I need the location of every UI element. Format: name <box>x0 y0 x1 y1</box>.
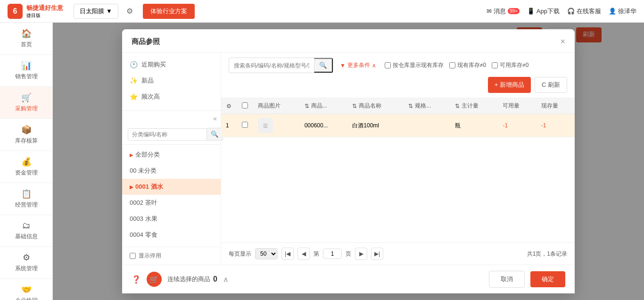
cat-item-1[interactable]: ▶ 0001 酒水 <box>122 179 221 195</box>
sort-unit-icon: ⇅ <box>455 103 460 109</box>
logo-area: 6 畅捷通好生意 捷目版 <box>8 4 64 19</box>
collapse-icon[interactable]: « <box>213 115 217 122</box>
help-icon[interactable]: ❓ <box>132 275 141 284</box>
warehouse-stock-checkbox[interactable] <box>385 62 391 68</box>
messages-btn[interactable]: ✉ 消息 99+ <box>487 7 520 16</box>
col-name[interactable]: ⇅ 商品名称 <box>347 98 404 114</box>
cat-item-4[interactable]: 0004 零食 <box>122 227 221 243</box>
select-all-checkbox[interactable] <box>242 102 248 108</box>
checkbox-available-stock[interactable]: 可用库存≠0 <box>492 61 528 69</box>
prev-page-btn[interactable]: ◀ <box>297 248 310 260</box>
sidebar-item-purchase[interactable]: 🛒 采购管理 <box>0 87 52 119</box>
operations-icon: 📋 <box>21 189 32 199</box>
sidebar-item-finance[interactable]: 💰 资金管理 <box>0 151 52 183</box>
cart-icon[interactable]: 🛒 <box>147 272 162 287</box>
confirm-btn[interactable]: 确定 <box>530 271 565 287</box>
cat-item-5[interactable]: 0005 饮料 <box>122 243 221 247</box>
first-page-btn[interactable]: |◀ <box>281 248 294 260</box>
cell-checkbox[interactable] <box>236 114 253 137</box>
footer-collapse-btn[interactable]: ∧ <box>223 275 229 284</box>
cat-item-all[interactable]: ▶ 全部分类 <box>122 147 221 163</box>
trial-btn[interactable]: 体验行业方案 <box>143 4 195 19</box>
tab-new[interactable]: ✨ 新品 <box>122 73 221 89</box>
new-icon: ✨ <box>130 77 138 84</box>
table-row[interactable]: 1 🖼 000600... 白酒100ml <box>221 114 575 137</box>
sidebar-item-operations[interactable]: 📋 经营管理 <box>0 183 52 215</box>
finance-icon: 💰 <box>21 157 32 167</box>
col-img: 商品图片 <box>253 98 300 114</box>
online-service-btn[interactable]: 🎧 在线客服 <box>567 7 601 16</box>
tab-frequent[interactable]: ⭐ 频次高 <box>122 89 221 105</box>
app-download-btn[interactable]: 📱 App下载 <box>527 7 560 16</box>
col-unit[interactable]: ⇅ 主计量 <box>450 98 498 114</box>
collapse-btn-wrap: « <box>122 113 221 124</box>
sidebar-item-home[interactable]: 🏠 首页 <box>0 23 52 55</box>
next-page-btn[interactable]: ▶ <box>355 248 367 260</box>
cell-stock: -1 <box>537 114 575 137</box>
available-stock-checkbox[interactable] <box>492 62 498 68</box>
product-search-input[interactable] <box>229 59 314 72</box>
col-code[interactable]: ⇅ 商品... <box>300 98 348 114</box>
sort-spec-icon: ⇅ <box>408 103 413 109</box>
cat-arrow-1: ▶ <box>130 184 133 190</box>
info-icon: 🗂 <box>22 221 31 231</box>
inventory-icon: 📦 <box>21 125 32 135</box>
sidebar-item-system[interactable]: ⚙ 系统管理 <box>0 247 52 279</box>
modal-header: 商品参照 × <box>122 29 575 53</box>
category-list: ▶ 全部分类 00 未分类 ▶ 0001 酒水 0002 茶 <box>122 145 221 247</box>
col-stock: 现存量 <box>537 98 575 114</box>
modal-footer: ❓ 🛒 连续选择的商品 0 ∧ 取消 确定 <box>122 265 575 293</box>
filter-icon: ▼ <box>340 62 346 69</box>
sidebar: 🏠 首页 📊 销售管理 🛒 采购管理 📦 库存核算 💰 资金管理 📋 经营管理 … <box>0 23 53 300</box>
last-page-btn[interactable]: ▶| <box>371 248 383 260</box>
chevron-down-icon: ▼ <box>106 8 112 15</box>
modal-overlay: 商品参照 × 🕐 近期购买 ✨ <box>53 23 644 300</box>
more-filter-btn[interactable]: ▼ 更多条件 ∧ <box>337 58 379 72</box>
sidebar-item-enterprise[interactable]: 🤝 企业协同 <box>0 279 52 300</box>
user-avatar[interactable]: 👤 徐泽华 <box>609 7 636 16</box>
cell-seq: 1 <box>221 114 236 137</box>
cat-item-3[interactable]: 0003 水果 <box>122 211 221 227</box>
cat-item-2[interactable]: 0002 茶叶 <box>122 195 221 211</box>
col-available: 可用量 <box>498 98 536 114</box>
enterprise-icon: 🤝 <box>21 284 32 295</box>
star-icon: ⭐ <box>130 93 138 100</box>
product-table: ⚙ 商品图片 <box>221 98 575 137</box>
divider <box>122 110 221 111</box>
current-stock-checkbox[interactable] <box>449 62 455 68</box>
cat-item-0[interactable]: 00 未分类 <box>122 163 221 179</box>
sidebar-item-sales[interactable]: 📊 销售管理 <box>0 55 52 87</box>
sidebar-item-inventory[interactable]: 📦 库存核算 <box>0 119 52 151</box>
cancel-btn[interactable]: 取消 <box>489 271 525 288</box>
tab-recent[interactable]: 🕐 近期购买 <box>122 57 221 73</box>
product-search-btn[interactable]: 🔍 <box>314 58 333 73</box>
checkbox-current-stock[interactable]: 现有库存≠0 <box>449 61 486 69</box>
modal-body: 🕐 近期购买 ✨ 新品 ⭐ 频次高 <box>122 53 575 265</box>
modal-close-btn[interactable]: × <box>560 37 565 47</box>
col-config[interactable]: ⚙ <box>221 98 236 114</box>
home-icon: 🏠 <box>21 28 32 39</box>
search-input-wrap: 🔍 <box>229 58 333 73</box>
table-action-buttons: + 新增商品 C 刷新 <box>488 77 567 93</box>
logo-icon: 6 <box>8 4 23 19</box>
row-checkbox[interactable] <box>242 122 248 128</box>
recent-icon: 🕐 <box>130 61 138 68</box>
selected-info: 连续选择的商品 0 <box>167 275 217 283</box>
settings-icon[interactable]: ⚙ <box>122 4 137 19</box>
page-input[interactable] <box>323 249 342 259</box>
refresh-table-btn[interactable]: C 刷新 <box>535 77 567 93</box>
sales-icon: 📊 <box>21 60 32 71</box>
add-product-btn[interactable]: + 新增商品 <box>488 77 531 93</box>
nav-right: ✉ 消息 99+ 📱 App下载 🎧 在线客服 👤 徐泽华 <box>487 7 636 16</box>
content-area: 查询 设置 刷新 商品参照 × 🕐 <box>53 23 644 300</box>
category-search-btn[interactable]: 🔍 <box>207 128 223 141</box>
col-spec[interactable]: ⇅ 规格... <box>404 98 450 114</box>
nav-dropdown[interactable]: 日太阳膜 ▼ <box>74 4 118 19</box>
per-page-select[interactable]: 50 <box>255 248 278 259</box>
sidebar-item-basic-info[interactable]: 🗂 基础信息 <box>0 215 52 247</box>
show-disabled-checkbox[interactable] <box>130 253 136 259</box>
chevron-up-icon: ∧ <box>372 62 376 69</box>
category-search-input[interactable] <box>128 128 207 141</box>
checkbox-warehouse-stock[interactable]: 按仓库显示现有库存 <box>385 61 444 69</box>
col-select-all[interactable] <box>236 98 253 114</box>
